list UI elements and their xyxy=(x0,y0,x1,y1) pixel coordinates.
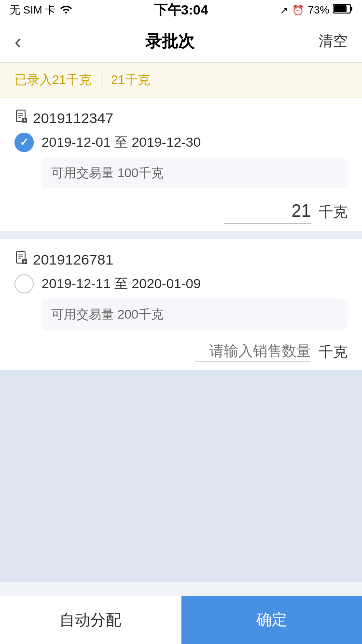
avail-qty-1: 可用交易量 100千克 xyxy=(42,158,348,188)
qty-unit-2: 千克 xyxy=(319,342,348,362)
empty-area xyxy=(0,370,362,582)
batch-id-2: 2019126781 xyxy=(33,252,113,268)
page-title: 录批次 xyxy=(145,30,195,53)
status-right: ↗ ⏰ 73% xyxy=(280,3,352,17)
batch-item-1: 2019112347 2019-12-01 至 2019-12-30 可用交易量… xyxy=(0,98,362,188)
batch-card-2: 2019126781 2019-12-11 至 2020-01-09 可用交易量… xyxy=(0,239,362,370)
info-banner: 已录入21千克 21千克 xyxy=(0,63,362,98)
input-row-2: 千克 xyxy=(0,337,362,370)
batch-id-1: 2019112347 xyxy=(33,110,113,126)
location-icon: ↗ xyxy=(280,4,288,16)
status-time: 下午3:04 xyxy=(154,1,208,19)
status-bar: 无 SIM 卡 下午3:04 ↗ ⏰ 73% xyxy=(0,0,362,20)
confirm-button[interactable]: 确定 xyxy=(181,596,362,644)
nav-bar: ‹ 录批次 清空 xyxy=(0,20,362,63)
svg-rect-2 xyxy=(334,5,347,12)
battery-icon xyxy=(333,3,352,17)
amount-unit-1: 千克 xyxy=(319,202,348,222)
amount-input-wrapper-1 xyxy=(224,201,311,224)
section-divider xyxy=(0,231,362,239)
recorded-label: 已录入21千克 xyxy=(14,71,91,88)
auto-distribute-button[interactable]: 自动分配 xyxy=(0,596,181,644)
batch-id-row-1: 2019112347 xyxy=(14,109,348,127)
status-left: 无 SIM 卡 xyxy=(10,3,73,17)
avail-qty-2: 可用交易量 200千克 xyxy=(42,299,348,330)
recorded-value: 21千克 xyxy=(111,71,150,88)
amount-row-1: 千克 xyxy=(0,196,362,231)
back-button[interactable]: ‹ xyxy=(14,29,22,54)
battery-label: 73% xyxy=(308,4,329,16)
doc-icon-1 xyxy=(14,109,29,127)
banner-divider xyxy=(101,73,101,87)
svg-rect-1 xyxy=(350,7,352,11)
alarm-icon: ⏰ xyxy=(292,4,304,16)
clear-button[interactable]: 清空 xyxy=(319,31,348,51)
radio-2[interactable] xyxy=(14,274,34,294)
radio-1[interactable] xyxy=(14,133,34,152)
batch-date-row-2[interactable]: 2019-12-11 至 2020-01-09 xyxy=(14,274,348,294)
batch-id-row-2: 2019126781 xyxy=(14,251,348,268)
wifi-icon xyxy=(59,4,73,16)
no-sim-label: 无 SIM 卡 xyxy=(10,3,56,17)
qty-input-2[interactable] xyxy=(195,343,311,362)
amount-input-1[interactable] xyxy=(224,201,311,224)
batch-date-1: 2019-12-01 至 2019-12-30 xyxy=(42,133,201,152)
content-wrapper: 2019112347 2019-12-01 至 2019-12-30 可用交易量… xyxy=(0,98,362,630)
bottom-bar: 自动分配 确定 xyxy=(0,596,362,644)
batch-date-row-1[interactable]: 2019-12-01 至 2019-12-30 xyxy=(14,133,348,152)
doc-icon-2 xyxy=(14,251,29,268)
batch-item-2: 2019126781 2019-12-11 至 2020-01-09 可用交易量… xyxy=(0,239,362,330)
batch-card-1: 2019112347 2019-12-01 至 2019-12-30 可用交易量… xyxy=(0,98,362,231)
batch-date-2: 2019-12-11 至 2020-01-09 xyxy=(42,275,201,293)
